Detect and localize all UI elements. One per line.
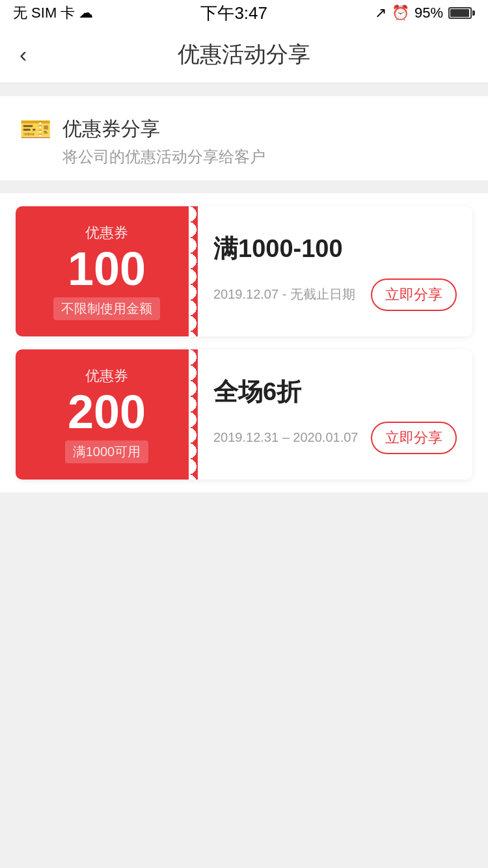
coupon-condition-1: 满1000可用 [65, 441, 149, 463]
nav-bar: ‹ 优惠活动分享 [0, 26, 488, 83]
bottom-area [0, 493, 488, 868]
coupon-left-1: 优惠券 200 满1000可用 [16, 349, 198, 480]
alarm-icon: ⏰ [392, 5, 409, 21]
section-text: 优惠券分享 将公司的优惠活动分享给客户 [62, 116, 265, 167]
back-button[interactable]: ‹ [20, 42, 27, 67]
coupon-date-1: 2019.12.31 – 2020.01.07 [213, 430, 364, 445]
coupon-amount-1: 200 [68, 388, 146, 435]
sim-text: 无 SIM 卡 ☁ [13, 3, 93, 23]
coupon-footer-0: 2019.12.07 - 无截止日期 立即分享 [213, 278, 457, 311]
section-icon: 🎫 [20, 116, 52, 142]
coupon-name-1: 全场6折 [213, 375, 457, 409]
coupon-list: 优惠券 100 不限制使用金额 满1000-100 2019.12.07 - 无… [0, 193, 488, 493]
section-header: 🎫 优惠券分享 将公司的优惠活动分享给客户 [0, 96, 488, 180]
status-left: 无 SIM 卡 ☁ [13, 3, 93, 23]
coupon-amount-0: 100 [68, 245, 146, 292]
coupon-footer-1: 2019.12.31 – 2020.01.07 立即分享 [213, 422, 457, 454]
status-right: ↗ ⏰ 95% [375, 5, 475, 21]
page-title: 优惠活动分享 [178, 40, 310, 70]
coupon-share-btn-1[interactable]: 立即分享 [371, 422, 457, 454]
coupon-right-0: 满1000-100 2019.12.07 - 无截止日期 立即分享 [198, 206, 472, 336]
coupon-condition-0: 不限制使用金额 [53, 297, 160, 320]
coupon-label-1: 优惠券 [85, 366, 128, 386]
location-icon: ↗ [375, 5, 386, 21]
coupon-card-1: 优惠券 200 满1000可用 全场6折 2019.12.31 – 2020.0… [16, 349, 472, 480]
coupon-date-0: 2019.12.07 - 无截止日期 [213, 286, 364, 303]
coupon-name-0: 满1000-100 [213, 232, 457, 265]
battery-percent: 95% [414, 5, 443, 21]
coupon-card-0: 优惠券 100 不限制使用金额 满1000-100 2019.12.07 - 无… [16, 206, 472, 336]
coupon-share-btn-0[interactable]: 立即分享 [371, 278, 457, 311]
coupon-right-1: 全场6折 2019.12.31 – 2020.01.07 立即分享 [198, 349, 472, 480]
section-title: 优惠券分享 [62, 116, 265, 142]
section-subtitle: 将公司的优惠活动分享给客户 [62, 146, 265, 167]
coupon-label-0: 优惠券 [85, 223, 128, 243]
battery-icon [448, 7, 475, 19]
status-bar: 无 SIM 卡 ☁ 下午3:47 ↗ ⏰ 95% [0, 0, 488, 26]
status-time: 下午3:47 [200, 2, 267, 25]
coupon-left-0: 优惠券 100 不限制使用金额 [16, 206, 198, 336]
